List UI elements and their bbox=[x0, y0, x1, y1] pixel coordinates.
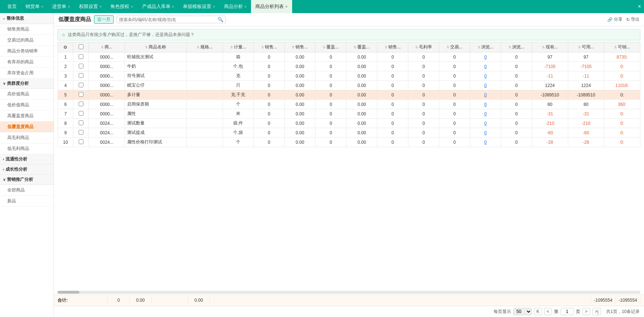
col-margin[interactable]: ⇅毛利率 bbox=[408, 42, 439, 52]
sidebar-item-low-coverage[interactable]: 低覆盖度商品 bbox=[0, 122, 54, 132]
cell-browse1[interactable]: 0 bbox=[470, 138, 501, 147]
cell-stock2: -60 bbox=[568, 128, 604, 138]
cell-browse1[interactable]: 0 bbox=[470, 90, 501, 100]
cell-cover2: 0.00 bbox=[346, 71, 377, 81]
cell-checkbox[interactable] bbox=[73, 81, 89, 90]
sidebar-group-marketing[interactable]: ∨ 营销推广分析 bbox=[0, 175, 54, 185]
col-stock1[interactable]: ⇅现有... bbox=[532, 42, 568, 52]
cell-checkbox[interactable] bbox=[73, 52, 89, 62]
col-cover1[interactable]: ⇅覆盖... bbox=[315, 42, 346, 52]
cell-browse1[interactable]: 0 bbox=[470, 62, 501, 71]
cell-browse1[interactable]: 0 bbox=[470, 100, 501, 109]
cell-unit: 个,袋 bbox=[223, 128, 254, 138]
nav-goods-analysis[interactable]: 商品分析 × bbox=[220, 0, 251, 13]
close-goods-analysis-icon[interactable]: × bbox=[244, 4, 247, 9]
col-checkbox[interactable] bbox=[73, 42, 89, 52]
cell-browse1[interactable]: 0 bbox=[470, 52, 501, 62]
page-size-select[interactable]: 2050100200 bbox=[513, 308, 532, 315]
close-purchase-order-icon[interactable]: × bbox=[68, 4, 70, 9]
col-code[interactable]: ⇅商... bbox=[89, 42, 125, 52]
col-name[interactable]: ⇅商品名称 bbox=[125, 42, 186, 52]
sidebar-item-low-margin[interactable]: 低毛利商品 bbox=[0, 143, 54, 154]
table-container[interactable]: ⚙ ⇅商... ⇅商品名称 ⇅规格... bbox=[54, 42, 644, 291]
nav-home[interactable]: 首页 bbox=[3, 0, 21, 13]
cell-browse1[interactable]: 0 bbox=[470, 128, 501, 138]
content-header: 低覆盖度商品 近一月 🔍 🔗 分享 ↻ 导出 bbox=[54, 13, 644, 26]
cell-sales1: 0 bbox=[254, 62, 284, 71]
sidebar-item-stock-funds[interactable]: 库存资金占用 bbox=[0, 68, 54, 79]
cell-checkbox[interactable] bbox=[73, 100, 89, 109]
footer-sales1-total: 0 bbox=[108, 297, 130, 304]
nav-role-auth[interactable]: 角色授权 × bbox=[106, 0, 137, 13]
select-all-checkbox[interactable] bbox=[79, 44, 83, 49]
close-goods-analysis-list-icon[interactable]: × bbox=[285, 4, 287, 9]
cell-checkbox[interactable] bbox=[73, 128, 89, 138]
cell-checkbox[interactable] bbox=[73, 90, 89, 100]
nav-purchase-order[interactable]: 进货单 × bbox=[48, 0, 74, 13]
sidebar-section-overall[interactable]: « 整体信息 bbox=[0, 13, 54, 24]
page-size-label: 每页显示 bbox=[494, 309, 511, 315]
cell-browse1[interactable]: 0 bbox=[470, 119, 501, 128]
close-template-settings-icon[interactable]: × bbox=[213, 4, 215, 9]
search-input[interactable] bbox=[119, 17, 217, 22]
footer-sales1 bbox=[71, 297, 108, 304]
main-layout: « 整体信息 销售类商品 交易过的商品 商品分类动销率 有库存的商品 库存资金占… bbox=[0, 13, 644, 317]
nav-permission-settings[interactable]: 权限设置 × bbox=[75, 0, 106, 13]
nav-goods-analysis-list[interactable]: 商品分析列表 × bbox=[251, 0, 292, 13]
sidebar-item-high-margin[interactable]: 高毛利商品 bbox=[0, 132, 54, 143]
sidebar-item-high-coverage[interactable]: 高覆盖度商品 bbox=[0, 111, 54, 122]
cell-browse1[interactable]: 0 bbox=[470, 71, 501, 81]
cell-stock2: -11 bbox=[568, 71, 604, 81]
sidebar-group-growth[interactable]: › 成长性分析 bbox=[0, 165, 54, 175]
col-browse1[interactable]: ⇅浏览... bbox=[470, 42, 501, 52]
sidebar-item-traded-goods[interactable]: 交易过的商品 bbox=[0, 35, 54, 46]
first-page-button[interactable]: K bbox=[534, 308, 542, 315]
next-page-button[interactable]: > bbox=[582, 308, 590, 315]
cell-checkbox[interactable] bbox=[73, 119, 89, 128]
sidebar-group-circulation[interactable]: › 流通性分析 bbox=[0, 154, 54, 165]
sidebar-item-all-goods[interactable]: 全部商品 bbox=[0, 185, 54, 196]
sidebar-item-stocked-goods[interactable]: 有库存的商品 bbox=[0, 57, 54, 68]
close-permission-settings-icon[interactable]: × bbox=[99, 4, 102, 9]
col-trade[interactable]: ⇅交易... bbox=[439, 42, 470, 52]
sidebar-item-category-rate[interactable]: 商品分类动销率 bbox=[0, 46, 54, 57]
cell-browse1[interactable]: 0 bbox=[470, 109, 501, 119]
col-sales2[interactable]: ⇅销售... bbox=[284, 42, 315, 52]
sidebar-item-high-value[interactable]: 高价值商品 bbox=[0, 89, 54, 100]
col-cover2[interactable]: ⇅覆盖... bbox=[346, 42, 377, 52]
col-spec[interactable]: ⇅规格... bbox=[186, 42, 223, 52]
nav-template-settings[interactable]: 单据模板设置 × bbox=[178, 0, 219, 13]
period-button[interactable]: 近一月 bbox=[94, 15, 114, 24]
sidebar-item-sales-goods[interactable]: 销售类商品 bbox=[0, 24, 54, 35]
nav-finished-goods[interactable]: 产成品入库单 × bbox=[138, 0, 178, 13]
col-sales3[interactable]: ⇅销售... bbox=[377, 42, 408, 52]
cell-checkbox[interactable] bbox=[73, 109, 89, 119]
prev-page-button[interactable]: < bbox=[544, 308, 552, 315]
window-close-button[interactable]: × bbox=[638, 3, 641, 10]
close-finished-goods-icon[interactable]: × bbox=[172, 4, 174, 9]
cell-sales3: 0 bbox=[377, 71, 408, 81]
col-browse2[interactable]: ⇅浏览... bbox=[501, 42, 532, 52]
cell-stock1: -7105 bbox=[532, 62, 568, 71]
cell-browse1[interactable]: 0 bbox=[470, 81, 501, 90]
col-stock2[interactable]: ⇅可用... bbox=[568, 42, 604, 52]
sidebar-group-cluster-analysis[interactable]: ∨ 类群度分析 bbox=[0, 79, 54, 89]
share-button[interactable]: 🔗 分享 bbox=[607, 16, 623, 23]
sidebar-item-low-value[interactable]: 低价值商品 bbox=[0, 100, 54, 111]
sidebar-item-new-goods[interactable]: 新品 bbox=[0, 196, 54, 207]
cell-checkbox[interactable] bbox=[73, 62, 89, 71]
col-sales1[interactable]: ⇅销售... bbox=[254, 42, 284, 52]
col-stock3[interactable]: ⇅可销... bbox=[604, 42, 640, 52]
close-role-auth-icon[interactable]: × bbox=[131, 4, 133, 9]
nav-sales-order[interactable]: 销货单 × bbox=[21, 0, 48, 13]
col-unit[interactable]: ⇅计量... bbox=[223, 42, 254, 52]
horizontal-scrollbar[interactable] bbox=[58, 291, 640, 294]
last-page-button[interactable]: >| bbox=[592, 308, 601, 315]
close-sales-order-icon[interactable]: × bbox=[41, 4, 43, 9]
scrollbar-thumb[interactable] bbox=[58, 291, 79, 294]
cell-checkbox[interactable] bbox=[73, 71, 89, 81]
col-settings[interactable]: ⚙ bbox=[58, 42, 73, 52]
export-button[interactable]: ↻ 导出 bbox=[626, 16, 640, 23]
cell-checkbox[interactable] bbox=[73, 138, 89, 147]
current-page-input[interactable] bbox=[561, 308, 574, 315]
